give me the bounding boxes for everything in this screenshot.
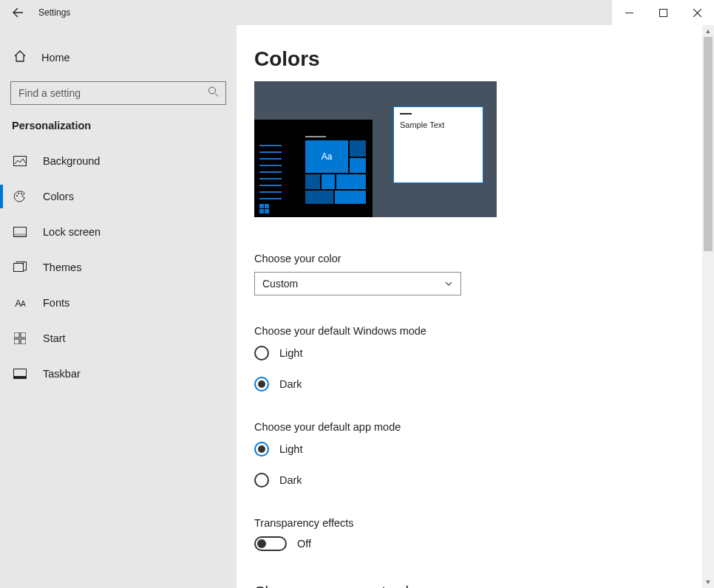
svg-rect-17 — [259, 209, 264, 213]
choose-color-dropdown[interactable]: Custom — [254, 272, 461, 295]
radio-icon — [254, 377, 269, 392]
svg-point-3 — [16, 195, 18, 196]
close-icon — [693, 9, 701, 17]
sidebar-item-start[interactable]: Start — [0, 321, 237, 356]
maximize-icon — [659, 9, 667, 17]
home-label: Home — [41, 52, 70, 64]
svg-rect-16 — [265, 204, 269, 208]
svg-rect-10 — [21, 332, 26, 338]
search-input[interactable] — [10, 81, 226, 105]
windows-mode-label: Choose your default Windows mode — [254, 325, 714, 337]
search-wrap — [10, 81, 226, 105]
preview-windows-icon — [259, 204, 269, 213]
preview-sample-text: Sample Text — [400, 120, 477, 129]
radio-icon — [254, 442, 269, 457]
app-mode-dark[interactable]: Dark — [254, 473, 714, 488]
content: Aa Sample Text Choose your color Custom … — [237, 81, 714, 588]
windows-mode-group: Light Dark — [254, 346, 714, 392]
minimize-icon — [625, 9, 633, 17]
scrollbar-thumb[interactable] — [704, 37, 713, 251]
sidebar: Home Personalization Background Colors L… — [0, 25, 237, 588]
toggle-state-label: Off — [297, 538, 311, 550]
scroll-down-icon[interactable]: ▼ — [702, 576, 714, 588]
scroll-up-icon[interactable]: ▲ — [702, 25, 714, 37]
sidebar-item-lockscreen[interactable]: Lock screen — [0, 214, 237, 250]
palette-icon — [13, 190, 27, 203]
app-mode-light[interactable]: Light — [254, 442, 714, 457]
home-nav[interactable]: Home — [0, 43, 237, 72]
page-title: Colors — [237, 47, 714, 71]
sidebar-item-colors[interactable]: Colors — [0, 179, 237, 214]
fonts-icon: AA — [13, 296, 27, 310]
start-icon — [13, 332, 27, 345]
lockscreen-icon — [13, 225, 27, 239]
svg-point-1 — [209, 87, 216, 94]
app-mode-group: Light Dark — [254, 442, 714, 488]
svg-rect-15 — [259, 204, 264, 208]
choose-color-label: Choose your color — [254, 253, 714, 264]
image-icon — [13, 154, 27, 168]
sidebar-item-label: Lock screen — [43, 226, 101, 238]
sidebar-item-background[interactable]: Background — [0, 143, 237, 179]
dropdown-value: Custom — [262, 278, 298, 290]
main-panel: Colors Aa Sample Text — [237, 25, 714, 588]
svg-rect-14 — [14, 376, 26, 378]
sidebar-item-label: Themes — [43, 261, 81, 273]
back-button[interactable] — [0, 0, 35, 25]
windows-mode-light[interactable]: Light — [254, 346, 714, 360]
radio-icon — [254, 473, 269, 488]
app-mode-label: Choose your default app mode — [254, 421, 714, 433]
svg-rect-8 — [14, 264, 24, 272]
nav-list: Background Colors Lock screen Themes AA … — [0, 143, 237, 392]
titlebar: Settings — [0, 0, 714, 25]
sidebar-item-label: Background — [43, 155, 100, 167]
scrollbar[interactable]: ▲ ▼ — [702, 25, 714, 588]
svg-rect-0 — [659, 9, 667, 16]
category-header: Personalization — [0, 118, 237, 143]
sidebar-item-taskbar[interactable]: Taskbar — [0, 356, 237, 392]
radio-label: Light — [279, 347, 302, 359]
sidebar-item-label: Taskbar — [43, 368, 81, 380]
svg-point-4 — [18, 193, 19, 194]
svg-point-5 — [21, 193, 22, 194]
themes-icon — [13, 261, 27, 274]
search-icon — [208, 86, 219, 100]
close-button[interactable] — [680, 0, 714, 25]
accent-heading: Choose your accent color — [254, 584, 714, 588]
svg-rect-7 — [14, 233, 26, 236]
taskbar-icon — [13, 367, 27, 380]
windows-mode-dark[interactable]: Dark — [254, 377, 714, 392]
sidebar-item-themes[interactable]: Themes — [0, 250, 237, 285]
minimize-button[interactable] — [612, 0, 646, 25]
sidebar-item-label: Start — [43, 332, 66, 344]
transparency-label: Transparency effects — [254, 517, 714, 529]
maximize-button[interactable] — [646, 0, 680, 25]
preview-tiles: Aa — [305, 140, 368, 207]
window-controls — [612, 0, 714, 25]
home-icon — [13, 49, 27, 66]
preview-sample-window: Sample Text — [393, 106, 483, 183]
arrow-left-icon — [12, 7, 24, 18]
sidebar-item-label: Colors — [43, 191, 74, 202]
preview-tile-large: Aa — [305, 140, 348, 173]
window-title: Settings — [38, 7, 70, 18]
radio-label: Dark — [279, 378, 302, 390]
preview-start-list — [259, 145, 282, 199]
transparency-toggle[interactable] — [254, 536, 287, 551]
svg-rect-11 — [14, 339, 19, 344]
svg-rect-9 — [14, 332, 19, 338]
svg-rect-12 — [21, 339, 26, 344]
sidebar-item-fonts[interactable]: AA Fonts — [0, 285, 237, 321]
radio-icon — [254, 346, 269, 360]
sidebar-item-label: Fonts — [43, 297, 69, 309]
svg-rect-18 — [265, 209, 269, 213]
color-preview: Aa Sample Text — [254, 81, 497, 217]
radio-label: Light — [279, 443, 302, 455]
chevron-down-icon — [444, 279, 453, 288]
radio-label: Dark — [279, 474, 302, 486]
transparency-row: Off — [254, 536, 714, 551]
